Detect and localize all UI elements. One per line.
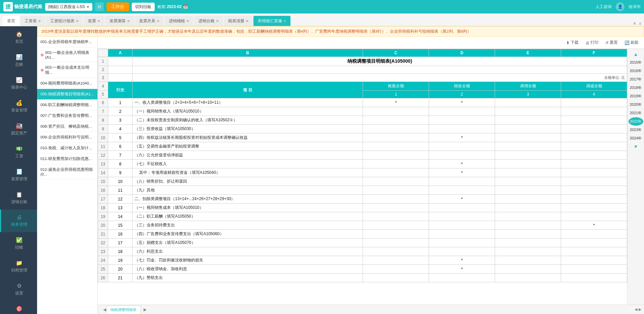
left-panel-item-012[interactable]: 012-减免企业所得税优惠明细(0... — [37, 164, 97, 179]
sidebar-item-tax-mgmt[interactable]: 🖨 税务管理 — [0, 210, 37, 232]
sidebar-item-archive-mgmt[interactable]: 📁 归档管理 — [0, 255, 37, 278]
close-icon[interactable]: ✕ — [127, 19, 130, 23]
table-row: 18 13 （一）视同销售成本（填写A105010） — [98, 203, 627, 212]
close-icon[interactable]: ✕ — [216, 19, 219, 23]
tab-invoice[interactable]: 发票 ✕ — [84, 16, 104, 26]
year-2017[interactable]: 2017年 — [628, 75, 643, 84]
year-panel: ▲ 2015年 2016年 2017年 2018年 2019年 2020年 20… — [627, 49, 644, 305]
support-link[interactable]: 人工咨询 — [595, 4, 612, 10]
sidebar-item-guide[interactable]: 🎯 新手引导 — [0, 301, 37, 314]
download-button[interactable]: ⬇ 下载 — [564, 39, 581, 46]
col-B: B — [132, 49, 363, 57]
bottom-scroll-right[interactable]: ▶ — [144, 307, 147, 312]
sidebar-item-home[interactable]: 🏠 首页 — [0, 26, 37, 49]
left-panel-item-011[interactable]: 011-研发费用加计扣除优惠... — [37, 154, 97, 164]
year-2023[interactable]: 2023年 — [628, 126, 643, 134]
year-2024[interactable]: 2024年 — [628, 134, 643, 143]
tab-payroll-report[interactable]: 工资统计报表 ✕ — [46, 16, 83, 26]
table-row: 24 19 （七）罚金、罚款和被没收财物的损失 * — [98, 256, 627, 265]
left-panel-item-002[interactable]: ⊗ 002-一般企业收入明细表(A1... — [37, 48, 97, 62]
company-selector[interactable]: (物副) 江西股金-LSS ▼ — [45, 3, 92, 11]
left-panel: 001-企业所得税年度纳税申... ⊗ 002-一般企业收入明细表(A1... … — [37, 37, 98, 314]
tab-purchase-check[interactable]: 进销稽核 ✕ — [164, 16, 193, 26]
year-2015[interactable]: 2015年 — [628, 58, 643, 67]
sidebar-item-settlement[interactable]: ✅ 结账 — [0, 232, 37, 255]
gear-icon: ⚙ — [17, 283, 22, 289]
year-2018[interactable]: 2018年 — [628, 84, 643, 92]
table-row: 19 14 （二）职工薪酬（填写A105050） — [98, 212, 627, 221]
workbench-button[interactable]: 工作台 — [106, 2, 129, 11]
close-icon[interactable]: ✕ — [97, 19, 100, 23]
tab-invoice-issue[interactable]: 发票开具 ✕ — [135, 16, 164, 26]
close-icon[interactable]: ✕ — [76, 19, 79, 23]
print-icon: 🖨 — [585, 40, 589, 45]
guide-icon: 🎯 — [16, 306, 23, 312]
left-panel-item-001[interactable]: 001-企业所得税年度纳税申... — [37, 37, 97, 48]
year-2019[interactable]: 2019年 — [628, 92, 643, 100]
archive-icon: 📁 — [16, 260, 23, 266]
download-icon: ⬇ — [566, 40, 570, 45]
left-panel-item-007[interactable]: 007-广告费和业务宣传费明... — [37, 111, 97, 121]
sidebar-item-invoice-mgmt[interactable]: 🧾 发票管理 — [0, 164, 37, 187]
tab-home[interactable]: 首页 — [3, 16, 20, 26]
refresh-button[interactable]: 🔄 刷新 — [622, 39, 641, 46]
sidebar-item-general-ledger[interactable]: 📊 总账 — [0, 49, 37, 72]
tab-invoice-calc[interactable]: 发票测算 ✕ — [105, 16, 134, 26]
sidebar-item-fixed-assets[interactable]: 🏭 固定资产 — [0, 118, 37, 141]
close-all-icon[interactable]: ✕ — [633, 21, 636, 26]
toolbar: ⬇ 下载 🖨 打印 ↺ 重置 🔄 刷新 — [98, 37, 644, 49]
scroll-right-icon[interactable]: ▶ — [639, 307, 641, 312]
table-row: 20 15 （三）业务招待费支出 * — [98, 221, 627, 230]
left-panel-item-009[interactable]: 009-企业所得税利补亏说明... — [37, 132, 97, 143]
left-panel-item-004[interactable]: 004-期间费用明细表(A1040... — [37, 78, 97, 89]
scroll-left-icon[interactable]: ◀ — [635, 307, 637, 312]
left-panel-item-008[interactable]: 008-资产折旧、摊销及纳税... — [37, 121, 97, 132]
col-zhangzai: 账载全额 — [363, 82, 429, 91]
left-panel-item-005[interactable]: 005-纳税调整项目明细表(A1... — [37, 89, 97, 100]
year-down-arrow[interactable]: ▼ — [632, 143, 640, 151]
top-bar-right: 人工咨询 👤 徐泽华 — [595, 2, 641, 11]
close-icon[interactable]: ✕ — [283, 19, 286, 23]
close-icon[interactable]: ✕ — [186, 19, 189, 23]
year-2016[interactable]: 2016年 — [628, 67, 643, 75]
year-2022[interactable]: 2022年 — [628, 117, 643, 126]
sidebar-item-label: 首页 — [15, 39, 23, 44]
sheet-unit: 全额单位: 元 — [132, 74, 627, 82]
close-icon[interactable]: ✕ — [246, 19, 248, 23]
left-panel-item-010[interactable]: 010-免税、减计收入及加计... — [37, 143, 97, 154]
tab-payroll[interactable]: 工资表 ✕ — [20, 16, 45, 26]
year-2021[interactable]: 2021年 — [628, 109, 643, 117]
left-panel-item-006[interactable]: 006-职工薪酬纳税调整明细... — [37, 100, 97, 111]
sidebar-item-purchase-sales[interactable]: 📋 进销台账 — [0, 187, 37, 210]
year-up-arrow[interactable]: ▲ — [632, 50, 640, 58]
sidebar-item-label: 发票管理 — [11, 176, 27, 182]
asset-icon: 💰 — [16, 100, 23, 106]
calendar-icon[interactable]: 📅 — [183, 4, 188, 9]
sidebar-item-asset-mgmt[interactable]: 💰 资金管理 — [0, 95, 37, 118]
switch-button[interactable]: 切到旧板 — [132, 3, 155, 11]
copy-icon[interactable]: ⊟ — [95, 2, 104, 11]
app-logo: 捷 畅捷通易代账 — [3, 2, 42, 11]
bottom-scroll-left[interactable]: ◀ — [103, 307, 106, 312]
col-rownum — [98, 49, 108, 57]
table-row: 10 5 （四）按权益法核算长期股权投资对初始投资成本调整确认收益 * — [98, 133, 627, 142]
bottom-tab-adjust[interactable]: 纳税调整明细表 — [106, 306, 141, 314]
menu-icon[interactable]: ≡ — [639, 21, 641, 26]
close-icon[interactable]: ✕ — [157, 19, 159, 23]
tab-tax-list[interactable]: 税表清册 ✕ — [224, 16, 253, 26]
print-button[interactable]: 🖨 打印 — [583, 39, 601, 46]
tab-purchase-ledger[interactable]: 进销台账 ✕ — [194, 16, 223, 26]
table-row: 7 2 （一）视同销售收入（填写A105010） — [98, 107, 627, 116]
tab-income-tax[interactable]: 所得税汇算缴 ✕ — [253, 16, 290, 26]
sidebar-item-payroll[interactable]: 💵 工资 — [0, 141, 37, 164]
left-panel-item-003[interactable]: ⊗ 003-一般企业成本支出明细... — [37, 62, 97, 78]
reset-button[interactable]: ↺ 重置 — [603, 39, 620, 46]
col-num1: 1 — [363, 91, 429, 98]
nav-tabs: 首页 工资表 ✕ 工资统计报表 ✕ 发票 ✕ 发票测算 ✕ 发票开具 ✕ 进销稽… — [0, 13, 644, 26]
sidebar-item-settings[interactable]: ⚙ 设置 — [0, 278, 37, 301]
sidebar-item-report-center[interactable]: 📈 报表中心 — [0, 72, 37, 95]
close-icon[interactable]: ✕ — [38, 19, 41, 23]
year-2020[interactable]: 2020年 — [628, 100, 643, 109]
col-E: E — [495, 49, 561, 57]
table-row: 1 纳税调整项目明细表(A105000) — [98, 57, 627, 66]
